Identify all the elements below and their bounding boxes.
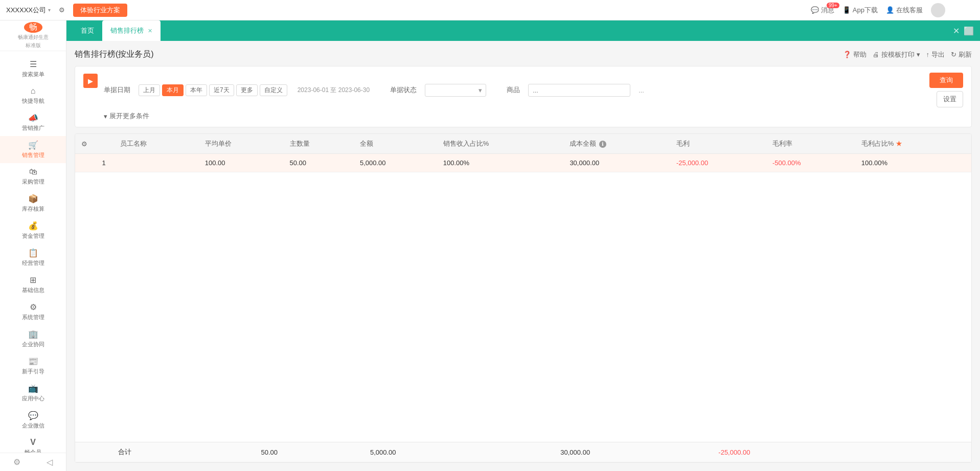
tab-maximize-btn[interactable]: ⬜ [964,26,974,36]
sidebar-label-ops-mgmt: 经营管理 [22,259,44,267]
query-button[interactable]: 查询 [929,73,963,88]
col-header-settings[interactable]: ⚙ [75,134,94,154]
tab-sales-rank-close[interactable]: ✕ [148,28,152,34]
logo-subtext: 畅康通好生意 [18,34,49,41]
row-cost-amount-cell: 30,000.00 [563,154,670,172]
col-header-rank [94,134,114,154]
row-sales-pct-cell: 100.00% [437,154,564,172]
settings-button[interactable]: 设置 [937,91,963,107]
sidebar-item-marketing[interactable]: 📣 营销推广 [0,109,66,136]
online-service-button[interactable]: 👤 在线客服 [886,6,923,15]
service-icon: 👤 [886,6,894,14]
cost-amount-info-icon[interactable]: ℹ [599,141,606,148]
purchase-mgmt-icon: 🛍 [29,167,37,176]
company-selector[interactable]: XXXXXX公司 ▾ [6,6,51,15]
table-footer-body: 合计 50.00 5,000.00 30,000.00 -25,000.00 [75,442,971,462]
sidebar-item-enterprise[interactable]: 🏢 企业协同 [0,325,66,352]
sidebar-collapse-btn[interactable]: ◁ [47,457,53,467]
sidebar-item-funds-mgmt[interactable]: 💰 资金管理 [0,217,66,244]
sidebar-settings-btn[interactable]: ⚙ [13,457,20,467]
footer-gross-rate-cell [879,442,925,462]
tab-bar: 首页 销售排行榜 ✕ ✕ ⬜ [66,20,980,41]
main-layout: 畅 畅康通好生意 标准版 ☰ 搜索菜单 ⌂ 快捷导航 📣 营销推广 [0,20,980,471]
date-btn-last-month[interactable]: 上月 [139,84,160,96]
funds-mgmt-icon: 💰 [28,221,38,231]
sidebar-label-funds-mgmt: 资金管理 [22,232,44,240]
col-header-main-qty: 主数量 [284,134,354,154]
help-button[interactable]: ❓ 帮助 [843,50,867,59]
sidebar-label-member: 畅会员 [25,448,41,453]
footer-rank-cell [92,442,112,462]
trial-button[interactable]: 体验行业方案 [73,4,127,17]
status-filter-label: 单据状态 [390,85,417,95]
query-settings-area: 查询 设置 [929,73,963,107]
date-btn-this-month[interactable]: 本月 [162,84,184,96]
print-button[interactable]: 🖨 按模板打印 ▾ [873,50,920,59]
sidebar-item-inventory[interactable]: 📦 库存核算 [0,190,66,217]
export-button[interactable]: ↑ 导出 [926,50,945,59]
inventory-icon: 📦 [28,194,38,204]
row-gross-rate-cell: -500.00% [766,154,855,172]
date-btn-more[interactable]: 更多 [236,84,258,96]
sidebar-label-inventory: 库存核算 [22,205,44,213]
date-btn-7days[interactable]: 近7天 [209,84,234,96]
tab-sales-rank-label: 销售排行榜 [110,26,144,35]
sidebar-item-member[interactable]: V 畅会员 [0,434,66,453]
tab-home[interactable]: 首页 [73,20,102,41]
goods-input[interactable] [528,84,630,97]
col-header-gross-profit: 毛利 [670,134,766,154]
footer-settings-cell [75,442,92,462]
col-header-employee: 员工名称 [114,134,199,154]
print-icon: 🖨 [873,51,879,58]
refresh-button[interactable]: ↻ 刷新 [951,50,972,59]
date-filter-label: 单据日期 [104,85,130,95]
sidebar-label-app-center: 应用中心 [22,395,44,402]
status-select[interactable]: 已审核 未审核 [425,84,486,97]
tab-sales-rank[interactable]: 销售排行榜 ✕ [102,20,161,41]
settings-icon[interactable]: ⚙ [55,3,69,17]
footer-label-cell: 合计 [112,442,209,462]
app-download-button[interactable]: 📱 App下载 [842,6,878,15]
footer-sales-pct-cell [508,442,555,462]
ops-mgmt-icon: 📋 [28,248,38,258]
data-table: ⚙ 员工名称 平均单价 主数量 全额 销售收入占比% 成本全额 ℹ 毛利 毛利率 [75,134,971,172]
message-button[interactable]: 💬 消息 99+ [811,6,834,15]
sidebar-item-sales-mgmt[interactable]: 🛒 销售管理 [0,136,66,163]
filter-expand-icon[interactable]: ▶ [83,74,98,88]
app-center-icon: 📺 [28,384,38,393]
sidebar-label-wechat: 企业微信 [22,422,44,430]
tab-home-label: 首页 [81,26,94,35]
tab-close-all-btn[interactable]: ✕ [953,26,960,36]
more-filters-btn[interactable]: ... [639,86,644,94]
col-header-amount: 全额 [354,134,437,154]
filter-main-row: 单据日期 上月 本月 本年 近7天 更多 自定义 2023-06-01 至 20… [104,73,963,107]
date-btn-custom[interactable]: 自定义 [260,84,287,96]
sidebar: 畅 畅康通好生意 标准版 ☰ 搜索菜单 ⌂ 快捷导航 📣 营销推广 [0,20,66,471]
table-scroll: ⚙ 员工名称 平均单价 主数量 全额 销售收入占比% 成本全额 ℹ 毛利 毛利率 [75,134,971,442]
expand-more-btn[interactable]: ▾ 展开更多条件 [104,111,963,121]
sidebar-item-basic-info[interactable]: ⊞ 基础信息 [0,271,66,298]
col-header-gross-pct: 毛利占比% ★ [855,134,971,154]
avatar[interactable] [931,3,945,17]
date-btn-this-year[interactable]: 本年 [186,84,207,96]
table-header-row: ⚙ 员工名称 平均单价 主数量 全额 销售收入占比% 成本全额 ℹ 毛利 毛利率 [75,134,971,154]
basic-info-icon: ⊞ [30,275,36,285]
sidebar-item-wechat[interactable]: 💬 企业微信 [0,407,66,434]
footer-gross-profit-cell: -25,000.00 [712,442,878,462]
sidebar-item-ops-mgmt[interactable]: 📋 经营管理 [0,244,66,271]
sidebar-item-quick-nav[interactable]: ⌂ 快捷导航 [0,82,66,109]
user-name [953,3,974,17]
sidebar-item-app-center[interactable]: 📺 应用中心 [0,379,66,407]
logo-area: 畅 畅康通好生意 标准版 [0,20,66,51]
sidebar-item-purchase-mgmt[interactable]: 🛍 采购管理 [0,163,66,190]
sidebar-nav: ☰ 搜索菜单 ⌂ 快捷导航 📣 营销推广 🛒 销售管理 🛍 采购管理 📦 库 [0,51,66,453]
sidebar-item-guide[interactable]: 📰 新手引导 [0,352,66,379]
sidebar-item-sys-mgmt[interactable]: ⚙ 系统管理 [0,298,66,325]
row-gross-pct-cell: 100.00% [855,154,971,172]
sidebar-label-sales-mgmt: 销售管理 [22,151,44,159]
app-icon: 📱 [842,6,851,14]
company-arrow: ▾ [48,7,51,13]
sidebar-bottom: ⚙ ◁ [0,453,66,471]
sidebar-item-search-order[interactable]: ☰ 搜索菜单 [0,55,66,82]
sales-mgmt-icon: 🛒 [28,140,38,150]
